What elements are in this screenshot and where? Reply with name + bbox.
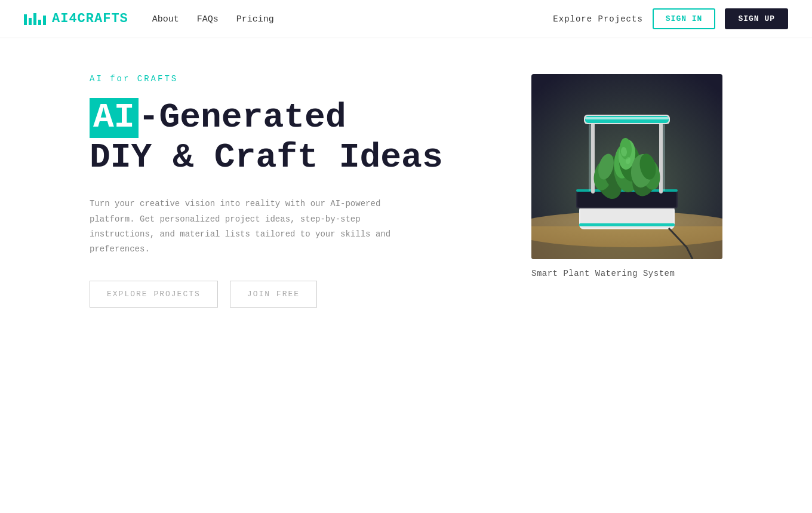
nav-right: Explore Projects SIGN IN SIGN UP [553,8,788,29]
svg-rect-7 [577,192,676,207]
navbar: AI4CRAFTS About FAQs Pricing Explore Pro… [0,0,812,38]
logo-bar-3 [33,13,36,25]
nav-link-about[interactable]: About [152,14,179,24]
hero-buttons: EXPLORE PROJECTS JOIN FREE [90,281,496,308]
logo-text-crafts: CRAFTS [78,11,128,26]
hero-image [531,74,722,259]
logo-bar-4 [38,20,41,25]
nav-item-pricing[interactable]: Pricing [236,14,274,24]
logo-text-highlight: AI4 [52,11,78,26]
explore-projects-button[interactable]: EXPLORE PROJECTS [90,281,218,308]
plant-svg [531,74,722,259]
logo[interactable]: AI4CRAFTS [24,11,128,26]
image-caption: Smart Plant Watering System [531,269,675,278]
logo-icon [24,13,46,25]
hero-content: AI for CRAFTS AI-Generated DIY & Craft I… [90,74,496,308]
hero-title: AI-Generated DIY & Craft Ideas [90,98,496,177]
svg-rect-14 [589,124,591,191]
logo-bar-5 [43,16,46,25]
svg-rect-10 [659,122,663,193]
svg-rect-13 [585,117,669,119]
hero-section: AI for CRAFTS AI-Generated DIY & Craft I… [0,38,812,343]
svg-rect-9 [591,122,595,193]
nav-links: About FAQs Pricing [152,14,274,24]
logo-bar-1 [24,14,27,25]
logo-bar-2 [29,18,32,25]
signin-button[interactable]: SIGN IN [653,8,716,29]
hero-image-area: Smart Plant Watering System [531,74,722,278]
nav-link-pricing[interactable]: Pricing [236,14,274,24]
hero-description: Turn your creative vision into reality w… [90,196,424,257]
nav-left: AI4CRAFTS About FAQs Pricing [24,11,274,26]
hero-image-container [531,74,722,259]
join-free-button[interactable]: JOIN FREE [230,281,317,308]
hero-label: AI for CRAFTS [90,74,496,84]
hero-title-line2: DIY & Craft Ideas [90,138,496,178]
nav-item-faqs[interactable]: FAQs [197,14,219,24]
explore-projects-link[interactable]: Explore Projects [553,14,642,24]
svg-rect-5 [579,223,675,226]
hero-title-rest: -Generated [139,98,346,137]
hero-title-line1: AI-Generated [90,98,346,137]
svg-rect-15 [663,124,665,191]
svg-rect-2 [531,226,722,259]
nav-link-faqs[interactable]: FAQs [197,14,219,24]
hero-title-ai: AI [90,98,139,138]
signup-button[interactable]: SIGN UP [725,8,788,29]
nav-item-about[interactable]: About [152,14,179,24]
logo-text: AI4CRAFTS [52,11,128,26]
